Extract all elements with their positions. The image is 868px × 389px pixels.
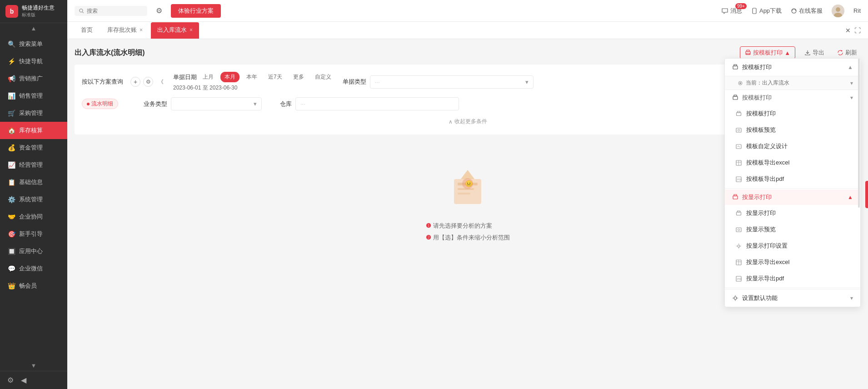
dropdown-header[interactable]: 按模板打印 ▲ [725, 59, 860, 76]
filter-gear-btn[interactable]: ⚙ [143, 77, 153, 87]
date-btn-custom[interactable]: 自定义 [311, 72, 335, 82]
template-pdf-item[interactable]: PDF 按模板导出pdf [725, 171, 860, 187]
sidebar-scroll-up[interactable]: ▲ [0, 23, 67, 34]
sidebar-item-guide[interactable]: 🎯 新手引导 [0, 225, 67, 243]
tab-close-batch[interactable]: × [140, 27, 143, 33]
empty-hint: ❶请先选择要分析的方案 ❷用【选】条件来缩小分析范围 [426, 220, 510, 244]
template-pdf-icon: PDF [736, 176, 742, 182]
trial-btn[interactable]: 体验行业方案 [171, 4, 221, 18]
template-custom-item[interactable]: 模板自定义设计 [725, 138, 860, 155]
sidebar-item-search-menu[interactable]: 🔍 搜索菜单 [0, 35, 67, 53]
footer-chevron-down: ▾ [850, 295, 853, 301]
sidebar-item-sales[interactable]: 📊 销售管理 [0, 87, 67, 105]
collapse-sidebar-icon[interactable]: ◀ [21, 376, 26, 384]
refresh-btn[interactable]: 刷新 [833, 47, 861, 59]
display-settings-item[interactable]: 按显示打印设置 [725, 238, 860, 254]
type-filter-select[interactable]: ··· ▾ [370, 75, 534, 89]
filter-collapse-btn[interactable]: 《 [156, 77, 166, 87]
export-btn[interactable]: 导出 [801, 47, 828, 59]
message-btn[interactable]: 消息 99+ [721, 7, 742, 15]
online-service-btn[interactable]: 在线客服 [791, 7, 823, 15]
template-section-header[interactable]: 按模板打印 ▾ [725, 90, 860, 105]
date-filter-group: 上月 本月 本年 近7天 更多 自定义 [199, 72, 335, 82]
printer-icon [745, 50, 751, 56]
settings-footer-icon[interactable]: ⚙ [7, 376, 14, 384]
sidebar-item-finance[interactable]: 💰 资金管理 [0, 139, 67, 156]
page-title: 出入库流水(流水明细) [75, 48, 145, 58]
close-tab-btn[interactable]: ✕ [845, 27, 851, 34]
date-btn-7days[interactable]: 近7天 [264, 72, 286, 82]
sidebar-item-wechat[interactable]: 💬 企业微信 [0, 260, 67, 277]
date-btn-this-year[interactable]: 本年 [242, 72, 261, 82]
svg-rect-34 [733, 196, 738, 199]
vip-icon: 👑 [7, 282, 15, 289]
template-section-chevron: ▾ [850, 95, 853, 101]
inventory-icon: 🏠 [7, 127, 15, 134]
display-preview-item[interactable]: 按显示预览 [725, 221, 860, 238]
print-template-btn[interactable]: 按模板打印 ▲ [740, 46, 795, 59]
svg-rect-10 [747, 53, 749, 55]
date-btn-last-month[interactable]: 上月 [199, 72, 218, 82]
template-preview-icon [736, 127, 742, 133]
tag-flow-detail[interactable]: 流水明细 [82, 99, 118, 109]
date-btn-this-month[interactable]: 本月 [220, 72, 239, 82]
search-input[interactable] [87, 8, 143, 14]
display-printer-icon [732, 194, 738, 200]
topbar-search[interactable] [75, 6, 147, 16]
svg-rect-25 [738, 111, 740, 113]
dropdown-footer-text: 设置默认功能 [732, 294, 778, 302]
display-preview-icon [736, 227, 742, 233]
sidebar-scroll-down[interactable]: ▼ [0, 360, 67, 371]
svg-rect-18 [733, 66, 738, 69]
sidebar-nav: 🔍 搜索菜单 ⚡ 快捷导航 📢 营销推广 📊 销售管理 🛒 采购管理 🏠 库存核… [0, 34, 67, 360]
topbar-gear-icon[interactable]: ⚙ [153, 5, 165, 17]
svg-rect-19 [734, 65, 737, 66]
sidebar-item-operations[interactable]: 📈 经营管理 [0, 156, 67, 174]
filter-add-btn[interactable]: + [130, 77, 140, 87]
maximize-tab-btn[interactable]: ⛶ [854, 27, 861, 34]
sidebar-item-quick-nav[interactable]: ⚡ 快捷导航 [0, 53, 67, 70]
display-print-item[interactable]: 按显示打印 [725, 205, 860, 221]
display-section-chevron: ▲ [848, 194, 853, 200]
user-avatar[interactable] [832, 5, 844, 17]
sidebar-item-app-center[interactable]: 🔲 应用中心 [0, 243, 67, 260]
app-download-btn[interactable]: App下载 [751, 7, 782, 15]
sidebar-item-vip[interactable]: 👑 畅会员 [0, 277, 67, 294]
display-section: 按显示打印 ▲ 按显示打印 按显示预览 按显示打印设置 [725, 190, 860, 287]
svg-point-40 [738, 245, 740, 247]
template-print-item[interactable]: 按模板打印 [725, 105, 860, 122]
business-type-select[interactable]: ▾ [171, 97, 262, 110]
print-dropdown-panel: 按模板打印 ▲ 当前：出入库流水 ▾ 按模板打印 ▾ [724, 58, 861, 307]
phone-icon [751, 8, 758, 14]
sidebar-item-system[interactable]: ⚙️ 系统管理 [0, 191, 67, 208]
display-excel-item[interactable]: 按显示导出excel [725, 254, 860, 270]
template-preview-item[interactable]: 按模板预览 [725, 122, 860, 138]
tab-home[interactable]: 首页 [75, 22, 99, 39]
tab-batch-account[interactable]: 库存批次账 × [101, 22, 149, 39]
display-excel-icon [736, 259, 742, 265]
template-excel-item[interactable]: 按模板导出excel [725, 155, 860, 171]
tab-close-flow[interactable]: × [190, 27, 193, 33]
message-badge: 99+ [735, 3, 747, 9]
chevron-up-icon-2: ∧ [449, 119, 453, 125]
sidebar-item-marketing[interactable]: 📢 营销推广 [0, 70, 67, 87]
display-pdf-item[interactable]: PDF 按显示导出pdf [725, 270, 860, 287]
dropdown-scrollbar[interactable] [858, 59, 860, 307]
sidebar-item-purchase[interactable]: 🛒 采购管理 [0, 105, 67, 122]
warehouse-select[interactable]: ··· [295, 97, 459, 110]
svg-rect-14 [458, 193, 470, 194]
sidebar-item-enterprise[interactable]: 🤝 企业协同 [0, 208, 67, 225]
svg-point-6 [836, 7, 840, 12]
dropdown-footer[interactable]: 设置默认功能 ▾ [725, 289, 860, 307]
date-btn-more[interactable]: 更多 [289, 72, 308, 82]
marketing-icon: 📢 [7, 75, 15, 82]
svg-rect-26 [736, 128, 741, 132]
display-section-header[interactable]: 按显示打印 ▲ [725, 190, 860, 205]
topbar-search-icon [79, 8, 84, 14]
sidebar-item-inventory[interactable]: 🏠 库存核算 [0, 122, 67, 139]
sidebar-item-base-info[interactable]: 📋 基础信息 [0, 174, 67, 191]
guide-icon: 🎯 [7, 230, 15, 238]
tab-flow[interactable]: 出入库流水 × [151, 22, 199, 39]
topbar: ⚙ 体验行业方案 消息 99+ App下载 在线客服 Rit [67, 0, 868, 22]
template-print-icon [736, 111, 742, 117]
